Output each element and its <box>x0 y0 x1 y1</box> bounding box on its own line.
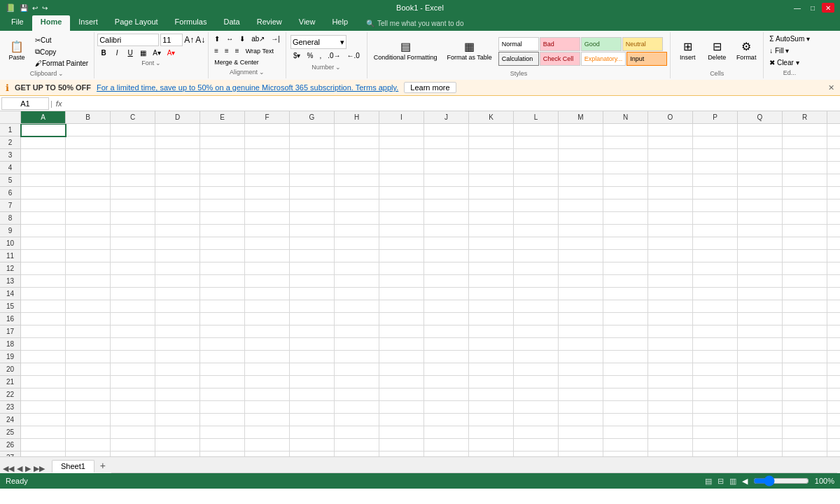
cell-F25[interactable] <box>245 426 290 439</box>
cut-button[interactable]: ✂ Cut <box>32 35 91 46</box>
cell-F5[interactable] <box>245 174 290 187</box>
cell-S1[interactable] <box>827 124 840 136</box>
cell-O20[interactable] <box>648 363 693 376</box>
cell-M5[interactable] <box>559 174 603 187</box>
cell-M4[interactable] <box>559 162 603 174</box>
cell-A4[interactable] <box>21 162 66 174</box>
cell-H7[interactable] <box>335 200 379 212</box>
cell-L15[interactable] <box>514 300 559 313</box>
minimize-button[interactable]: — <box>791 3 804 13</box>
cell-J2[interactable] <box>424 136 469 149</box>
cell-Q6[interactable] <box>738 187 783 200</box>
cell-B13[interactable] <box>66 275 111 288</box>
currency-button[interactable]: $▾ <box>290 50 304 61</box>
row-number-10[interactable]: 10 <box>0 237 21 250</box>
learn-more-button[interactable]: Learn more <box>404 82 456 93</box>
cell-G16[interactable] <box>290 313 335 326</box>
cell-O14[interactable] <box>648 288 693 300</box>
cell-H1[interactable] <box>335 124 379 136</box>
cell-F19[interactable] <box>245 351 290 363</box>
normal-view-button[interactable]: ▥ <box>729 477 736 486</box>
col-header-S[interactable]: S <box>827 111 840 124</box>
zoom-slider[interactable] <box>753 475 809 486</box>
font-color-button[interactable]: A▾ <box>164 48 178 58</box>
cell-P4[interactable] <box>693 162 738 174</box>
cell-H5[interactable] <box>335 174 379 187</box>
cell-O5[interactable] <box>648 174 693 187</box>
cell-H15[interactable] <box>335 300 379 313</box>
cell-E12[interactable] <box>200 262 245 275</box>
cell-C7[interactable] <box>111 200 155 212</box>
cell-I1[interactable] <box>379 124 424 136</box>
cell-K27[interactable] <box>469 451 514 456</box>
cell-Q13[interactable] <box>738 275 783 288</box>
cell-E2[interactable] <box>200 136 245 149</box>
cell-H3[interactable] <box>335 149 379 162</box>
cell-S20[interactable] <box>827 363 840 376</box>
cell-N5[interactable] <box>603 174 648 187</box>
cell-C12[interactable] <box>111 262 155 275</box>
cell-B9[interactable] <box>66 225 111 237</box>
cell-E19[interactable] <box>200 351 245 363</box>
cell-F1[interactable] <box>245 124 290 136</box>
cell-D6[interactable] <box>155 187 200 200</box>
cell-H21[interactable] <box>335 376 379 388</box>
cell-P13[interactable] <box>693 275 738 288</box>
cell-F9[interactable] <box>245 225 290 237</box>
cell-P27[interactable] <box>693 451 738 456</box>
tab-file[interactable]: File <box>3 15 32 31</box>
quick-access-undo[interactable]: ↩ <box>32 4 38 12</box>
wrap-text-button[interactable]: Wrap Text <box>243 46 276 56</box>
cell-M27[interactable] <box>559 451 603 456</box>
cell-M1[interactable] <box>559 124 603 136</box>
cell-O21[interactable] <box>648 376 693 388</box>
indent-increase-button[interactable]: →| <box>268 34 283 44</box>
tab-review[interactable]: Review <box>248 15 290 31</box>
cell-F11[interactable] <box>245 250 290 262</box>
style-normal[interactable]: Normal <box>498 37 539 51</box>
cell-K4[interactable] <box>469 162 514 174</box>
bold-button[interactable]: B <box>97 48 110 58</box>
cell-C22[interactable] <box>111 388 155 401</box>
cell-L13[interactable] <box>514 275 559 288</box>
cell-E3[interactable] <box>200 149 245 162</box>
cell-B6[interactable] <box>66 187 111 200</box>
col-header-A[interactable]: A <box>21 111 66 124</box>
font-decrease-icon[interactable]: A↓ <box>195 35 205 45</box>
formula-input[interactable] <box>65 97 839 110</box>
tab-view[interactable]: View <box>290 15 324 31</box>
cell-C20[interactable] <box>111 363 155 376</box>
cell-J7[interactable] <box>424 200 469 212</box>
cell-R8[interactable] <box>783 212 827 225</box>
cell-M3[interactable] <box>559 149 603 162</box>
cell-K20[interactable] <box>469 363 514 376</box>
cell-J23[interactable] <box>424 401 469 414</box>
cell-R7[interactable] <box>783 200 827 212</box>
cell-C9[interactable] <box>111 225 155 237</box>
fill-button[interactable]: ↓ Fill ▾ <box>766 46 813 56</box>
cell-J15[interactable] <box>424 300 469 313</box>
cell-C25[interactable] <box>111 426 155 439</box>
cell-S18[interactable] <box>827 338 840 351</box>
cell-F27[interactable] <box>245 451 290 456</box>
cell-I9[interactable] <box>379 225 424 237</box>
cell-R15[interactable] <box>783 300 827 313</box>
cell-C6[interactable] <box>111 187 155 200</box>
cell-K10[interactable] <box>469 237 514 250</box>
cell-J6[interactable] <box>424 187 469 200</box>
cell-O27[interactable] <box>648 451 693 456</box>
cell-B14[interactable] <box>66 288 111 300</box>
cell-I19[interactable] <box>379 351 424 363</box>
cell-D18[interactable] <box>155 338 200 351</box>
cell-I22[interactable] <box>379 388 424 401</box>
cell-P3[interactable] <box>693 149 738 162</box>
cell-E13[interactable] <box>200 275 245 288</box>
cell-P14[interactable] <box>693 288 738 300</box>
cell-J1[interactable] <box>424 124 469 136</box>
cell-B18[interactable] <box>66 338 111 351</box>
style-bad[interactable]: Bad <box>540 37 580 51</box>
cell-O25[interactable] <box>648 426 693 439</box>
cell-M6[interactable] <box>559 187 603 200</box>
cell-I17[interactable] <box>379 326 424 338</box>
cell-H25[interactable] <box>335 426 379 439</box>
